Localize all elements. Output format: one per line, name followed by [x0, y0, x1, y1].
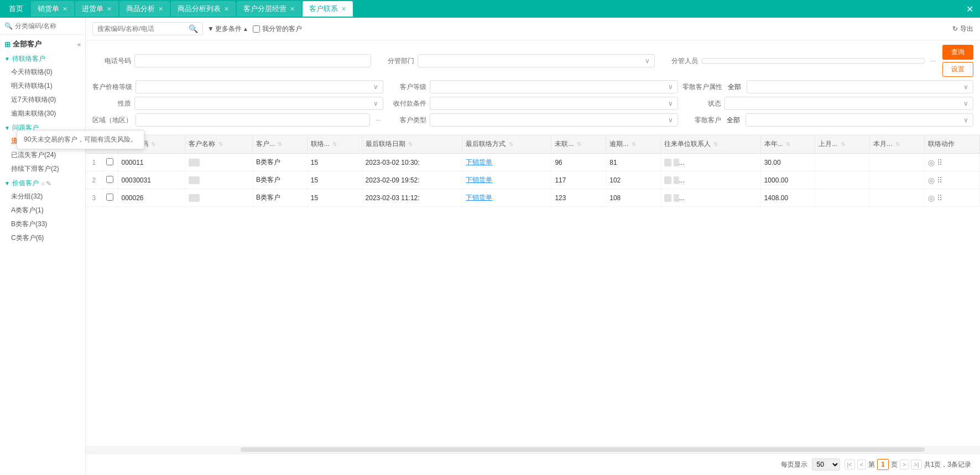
filter-price-tier-select[interactable]: ∨: [135, 80, 383, 93]
arrow-icon: ▼: [4, 125, 10, 131]
row-checkbox[interactable]: [106, 176, 113, 183]
tab-analysis-list[interactable]: 商品分析列表 ✕: [171, 1, 236, 17]
chevron-down-icon: ∨: [668, 83, 673, 91]
sidebar-item-class-a[interactable]: A类客户(1): [0, 203, 85, 217]
scrollbar-track: [241, 447, 925, 452]
tab-home[interactable]: 首页: [2, 1, 30, 17]
more-action-icon[interactable]: ⠿: [937, 158, 942, 167]
tab-sales[interactable]: 销货单 ✕: [31, 1, 74, 17]
sidebar-item-declining[interactable]: 持续下滑客户(2): [0, 162, 85, 176]
first-page-button[interactable]: |<: [845, 460, 855, 469]
table-area: ⚙ 客户编码 ⇅ 客户名称 ⇅ 客户... ⇅ 联络... ⇅ 最后联络日期 ⇅…: [86, 135, 980, 446]
row-checkbox[interactable]: [106, 158, 113, 165]
per-page-select[interactable]: 50 100: [812, 458, 840, 471]
sort-icon: ⇅: [509, 141, 513, 147]
my-customers-checkbox[interactable]: [253, 25, 260, 33]
sidebar-item-ungroup[interactable]: 未分组(32): [0, 190, 85, 203]
horizontal-scrollbar[interactable]: [86, 446, 980, 453]
row-checkbox[interactable]: [106, 194, 113, 201]
close-icon[interactable]: ✕: [62, 6, 67, 13]
filter-region-input[interactable]: [135, 113, 370, 127]
last-page-button[interactable]: >|: [911, 460, 921, 469]
settings-button[interactable]: 设置: [942, 62, 973, 77]
sidebar-item-churned[interactable]: 已流失客户(24): [0, 148, 85, 162]
filter-payment-select[interactable]: ∨: [430, 97, 679, 110]
filter-phone-input[interactable]: [134, 54, 371, 67]
sidebar-item-class-c[interactable]: C类客户(6): [0, 231, 85, 245]
col-last-contact-date[interactable]: 最后联络日期 ⇅: [362, 135, 462, 154]
tab-purchase[interactable]: 进货单 ✕: [75, 1, 118, 17]
tooltip-churn-warning: 90天未交易的客户，可能有流失风险。: [17, 130, 86, 149]
sidebar-group-value[interactable]: ▼ 价值客户 ○ ✎: [0, 176, 85, 190]
contact-icon[interactable]: ◎: [928, 176, 935, 185]
col-no-contact-days[interactable]: 未联... ⇅: [551, 135, 606, 154]
filter-status: 状态 ∨: [682, 97, 973, 110]
filter-customer-tier: 客户等级 ∨: [388, 80, 679, 93]
sidebar-item-overdue[interactable]: 逾期未联络(30): [0, 107, 85, 121]
close-icon[interactable]: ✕: [107, 6, 112, 13]
close-icon[interactable]: ✕: [158, 6, 163, 13]
more-conditions-button[interactable]: ▼ 更多条件 ▲: [207, 24, 248, 34]
more-action-icon[interactable]: ⠿: [937, 194, 942, 202]
contact-icon[interactable]: ◎: [928, 158, 935, 167]
filter-row-2: 客户价格等级 ∨ 客户等级 ∨ 零散客户属性 全部 ∨: [92, 80, 973, 93]
sidebar: 🔍 ⊞ 全部客户 « ▼ 待联络客户 今天待联络(0) 明天待联络(1) 近7天…: [0, 18, 86, 475]
close-icon[interactable]: ✕: [341, 6, 346, 13]
sort-icon: ⇅: [408, 141, 413, 147]
col-type[interactable]: 客户... ⇅: [252, 135, 307, 154]
sidebar-item-class-b[interactable]: B类客户(33): [0, 217, 85, 231]
row-last-contact-type: 下销货单: [462, 171, 551, 189]
table-footer: 每页显示 50 100 |< < 第 1 页 > >| 共1页，3条记录: [86, 453, 980, 475]
sidebar-item-today[interactable]: 今天待联络(0): [0, 65, 85, 79]
col-last-contact-type[interactable]: 最后联络方式 ⇅: [462, 135, 551, 154]
export-button[interactable]: ↻ 导出: [952, 24, 973, 34]
filter-nature-select[interactable]: ∨: [134, 97, 383, 110]
filter-dept-select[interactable]: ∨: [418, 54, 654, 67]
col-contact-count[interactable]: 联络... ⇅: [307, 135, 362, 154]
current-page: 1: [877, 459, 889, 470]
all-customers-header[interactable]: ⊞ 全部客户 «: [0, 35, 85, 51]
filter-scattered-select[interactable]: ∨: [746, 113, 973, 127]
contact-icon[interactable]: ◎: [928, 194, 935, 202]
col-last-month[interactable]: 上月... ⇅: [815, 135, 870, 154]
tab-customer-tier[interactable]: 客户分层经营 ✕: [237, 1, 301, 17]
col-this-year[interactable]: 本年... ⇅: [760, 135, 815, 154]
filter-manager-select[interactable]: [701, 58, 925, 64]
my-customers-checkbox-label[interactable]: 我分管的客户: [253, 24, 302, 34]
chevron-down-icon: ▲: [243, 26, 248, 32]
filter-customer-tier-select[interactable]: ∨: [430, 80, 679, 93]
col-this-month[interactable]: 本月... ⇅: [870, 135, 925, 154]
col-overdue[interactable]: 逾期... ⇅: [606, 135, 661, 154]
query-button[interactable]: 查询: [942, 45, 973, 60]
add-group-icon[interactable]: ○: [41, 180, 45, 187]
region-more-icon[interactable]: ···: [373, 116, 383, 124]
col-name[interactable]: 客户名称 ⇅: [185, 135, 253, 154]
prev-page-button[interactable]: <: [857, 460, 866, 469]
filter-scattered-attr-select[interactable]: ∨: [747, 80, 973, 93]
close-all-button[interactable]: ✕: [962, 4, 978, 14]
search-input[interactable]: [97, 25, 189, 33]
edit-group-icon[interactable]: ✎: [46, 180, 51, 187]
chevron-down-icon: ∨: [668, 116, 673, 124]
more-action-icon[interactable]: ⠿: [937, 176, 942, 185]
sidebar-group-pending[interactable]: ▼ 待联络客户: [0, 51, 85, 65]
sidebar-search-input[interactable]: [15, 22, 81, 30]
search-icon[interactable]: 🔍: [189, 24, 198, 33]
sidebar-item-7days[interactable]: 近7天待联络(0): [0, 93, 85, 107]
close-icon[interactable]: ✕: [224, 6, 229, 13]
tab-customer-contact[interactable]: 客户联系 ✕: [303, 1, 353, 17]
sort-icon: ⇅: [218, 141, 223, 147]
filter-status-select[interactable]: ∨: [724, 97, 973, 110]
filter-nature: 性质 ∨: [92, 97, 383, 110]
row-last-contact-type: 下销货单: [462, 189, 551, 207]
sidebar-item-tomorrow[interactable]: 明天待联络(1): [0, 79, 85, 93]
col-company-contact[interactable]: 往来单位联系人 ⇅: [661, 135, 761, 154]
filter-customer-type-select[interactable]: ∨: [430, 113, 679, 127]
tab-analysis[interactable]: 商品分析 ✕: [119, 1, 170, 17]
close-icon[interactable]: ✕: [290, 6, 295, 13]
next-page-button[interactable]: >: [900, 460, 909, 469]
toolbar: 🔍 ▼ 更多条件 ▲ 我分管的客户 ↻ 导出: [86, 18, 980, 40]
more-options-icon[interactable]: ···: [928, 57, 938, 65]
row-code: 000026: [118, 189, 185, 207]
main-layout: 🔍 ⊞ 全部客户 « ▼ 待联络客户 今天待联络(0) 明天待联络(1) 近7天…: [0, 18, 980, 475]
